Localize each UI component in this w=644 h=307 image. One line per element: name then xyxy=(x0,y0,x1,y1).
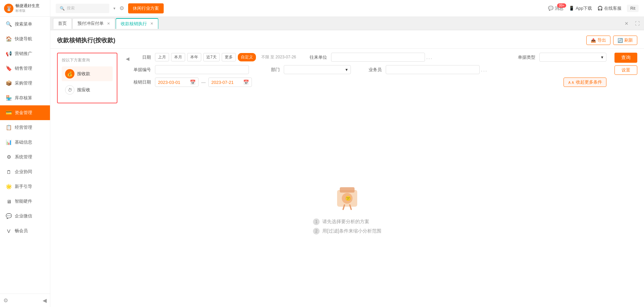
date-btn-this-month[interactable]: 本月 xyxy=(171,53,185,61)
search-icon: 🔍 xyxy=(60,6,65,11)
tab-home[interactable]: 首页 xyxy=(53,18,72,29)
sidebar-item-quick-nav-label: 快捷导航 xyxy=(15,36,32,42)
sidebar-item-finance-label: 资金管理 xyxy=(15,110,32,116)
filter-collapse-button[interactable]: ◀ xyxy=(124,56,131,61)
date-separator: — xyxy=(201,80,206,85)
sidebar-item-sales[interactable]: 🔖 销售管理 xyxy=(0,61,50,76)
tabbar-actions: ✕ ⛶ xyxy=(623,19,641,28)
sidebar-item-system[interactable]: ⚙ 系统管理 xyxy=(0,150,50,164)
service-icon: 🎧 xyxy=(597,6,603,11)
tab-close-action[interactable]: ✕ xyxy=(623,19,631,28)
filter-sidebar-title: 按以下方案查询 xyxy=(62,57,113,63)
sidebar-item-finance[interactable]: 💳 资金管理 xyxy=(0,105,50,120)
tab-prepay[interactable]: 预付冲应付单 ✕ xyxy=(72,18,115,29)
dept-label: 部门 xyxy=(260,67,280,73)
sales-icon: 🔖 xyxy=(5,65,12,72)
filter-sidebar: 按以下方案查询 💰 按收款 ⏱ 按应收 xyxy=(57,53,117,103)
staff-label: 业务员 xyxy=(362,67,382,73)
refresh-button[interactable]: 🔄 刷新 xyxy=(613,36,637,45)
verify-date-end[interactable]: 2023-07-21 📅 xyxy=(208,78,252,87)
verify-date-start[interactable]: 2023-03-01 📅 xyxy=(155,78,199,87)
sidebar-item-inventory-label: 库存核算 xyxy=(15,95,32,101)
tab-receipt-close-icon[interactable]: ✕ xyxy=(150,21,153,26)
logo-area: 🐰 畅捷通好生意 标准版 xyxy=(0,0,50,17)
doc-type-select[interactable]: ▾ xyxy=(539,53,606,62)
sidebar-item-hardware[interactable]: 🖥 智能硬件 xyxy=(0,194,50,209)
filter-option-by-receivable[interactable]: ⏱ 按应收 xyxy=(62,83,113,97)
setting-button[interactable]: 设置 xyxy=(614,65,637,75)
member-icon: V xyxy=(5,227,12,234)
search-placeholder: 搜索 xyxy=(67,5,75,11)
sidebar-item-search-menu[interactable]: 🔍 搜索菜单 xyxy=(0,17,50,32)
sidebar-item-purchase[interactable]: 📦 采购管理 xyxy=(0,76,50,91)
empty-tip-1: 1 请先选择要分析的方案 xyxy=(313,218,381,225)
topbar-gear-icon[interactable]: ⚙ xyxy=(119,5,124,11)
sidebar-item-operation[interactable]: 📋 经营管理 xyxy=(0,120,50,135)
service-button[interactable]: 🎧 在线客服 xyxy=(597,5,622,11)
logo-badge: 标准版 xyxy=(15,8,40,13)
svg-text:😕: 😕 xyxy=(345,196,351,201)
filter-main: 日期 上月 本月 本年 近7天 更多 自定义 不限 至 2023-07-26 往… xyxy=(131,53,637,103)
quick-nav-icon: 🏠 xyxy=(5,36,12,42)
collapse-more-button[interactable]: ∧∧ 收起更多条件 xyxy=(564,78,606,87)
sidebar-item-quick-nav[interactable]: 🏠 快捷导航 xyxy=(0,32,50,46)
verify-date-range: 2023-03-01 📅 — 2023-07-21 📅 xyxy=(155,78,252,87)
date-btn-more[interactable]: 更多 xyxy=(222,53,236,61)
query-button[interactable]: 查询 xyxy=(614,53,637,63)
hardware-icon: 🖥 xyxy=(5,198,12,205)
user-menu[interactable]: Rit xyxy=(627,5,639,12)
staff-input[interactable] xyxy=(386,65,480,74)
sidebar-bottom: ⚙ ◀ xyxy=(0,294,50,307)
marketing-icon: 📢 xyxy=(5,50,12,57)
date-limit: 不限 至 2023-07-26 xyxy=(261,54,296,60)
sidebar-settings-icon[interactable]: ⚙ xyxy=(3,297,8,304)
date-btn-last-month[interactable]: 上月 xyxy=(155,53,169,61)
svg-rect-1 xyxy=(340,187,355,193)
sidebar-item-enterprise[interactable]: 🗒 企业协同 xyxy=(0,164,50,179)
app-download-button[interactable]: 📱 App下载 xyxy=(569,5,592,11)
sidebar-item-system-label: 系统管理 xyxy=(15,154,32,160)
sidebar-item-inventory[interactable]: 🏪 库存核算 xyxy=(0,91,50,105)
tab-prepay-close-icon[interactable]: ✕ xyxy=(107,21,110,26)
date-label: 日期 xyxy=(131,54,151,60)
by-receivable-label: 按应收 xyxy=(77,87,90,93)
sidebar-item-marketing[interactable]: 📢 营销推广 xyxy=(0,46,50,61)
counterparty-input[interactable] xyxy=(331,53,425,62)
system-icon: ⚙ xyxy=(5,154,12,160)
refresh-label: 刷新 xyxy=(624,37,633,43)
base-info-icon: 📊 xyxy=(5,139,12,146)
dept-select[interactable]: ▾ xyxy=(284,65,351,74)
topbar-dropdown-icon[interactable]: ▾ xyxy=(113,6,115,11)
calendar-start-icon[interactable]: 📅 xyxy=(190,80,196,85)
doc-no-input[interactable] xyxy=(155,65,249,74)
enterprise-icon: 🗒 xyxy=(5,168,12,175)
content-area: 收款核销执行(按收款) 📤 导出 🔄 刷新 按以下方案查询 💰 按收款 xyxy=(50,30,644,307)
main-area: 🔍 搜索 ▾ ⚙ 休闲行业方案 💬 消息 99+ 📱 App下载 🎧 在线客服 … xyxy=(50,0,644,307)
topbar-search[interactable]: 🔍 搜索 xyxy=(56,4,109,13)
sidebar-item-member[interactable]: V 畅会员 xyxy=(0,223,50,238)
filter-option-by-receipt[interactable]: 💰 按收款 xyxy=(62,66,113,81)
app-icon: 📱 xyxy=(569,6,574,11)
tab-expand-action[interactable]: ⛶ xyxy=(633,19,641,28)
sidebar-item-base-info[interactable]: 📊 基础信息 xyxy=(0,135,50,150)
sidebar-collapse-icon[interactable]: ◀ xyxy=(43,297,47,304)
sidebar-item-guide[interactable]: 🌟 新手引导 xyxy=(0,179,50,194)
tab-receipt[interactable]: 收款核销执行 ✕ xyxy=(116,18,158,29)
sidebar-item-wechat[interactable]: 💬 企业微信 xyxy=(0,209,50,223)
export-button[interactable]: 📤 导出 xyxy=(586,36,610,45)
calendar-end-icon[interactable]: 📅 xyxy=(243,80,249,85)
staff-dots[interactable]: ... xyxy=(481,67,487,73)
content-header: 收款核销执行(按收款) 📤 导出 🔄 刷新 xyxy=(50,30,644,49)
counterparty-dots[interactable]: ... xyxy=(426,54,433,60)
date-btn-this-year[interactable]: 本年 xyxy=(187,53,201,61)
date-btn-custom[interactable]: 自定义 xyxy=(238,53,256,61)
dept-chevron-icon: ▾ xyxy=(345,67,348,72)
sidebar-item-purchase-label: 采购管理 xyxy=(15,80,32,86)
content-actions: 📤 导出 🔄 刷新 xyxy=(586,36,637,45)
export-label: 导出 xyxy=(597,37,606,43)
message-button[interactable]: 💬 消息 99+ xyxy=(548,5,564,11)
date-btn-7days[interactable]: 近7天 xyxy=(203,53,220,61)
chevron-down-icon: ▾ xyxy=(601,55,603,60)
solution-button[interactable]: 休闲行业方案 xyxy=(128,3,164,13)
by-receipt-icon: 💰 xyxy=(65,69,74,79)
